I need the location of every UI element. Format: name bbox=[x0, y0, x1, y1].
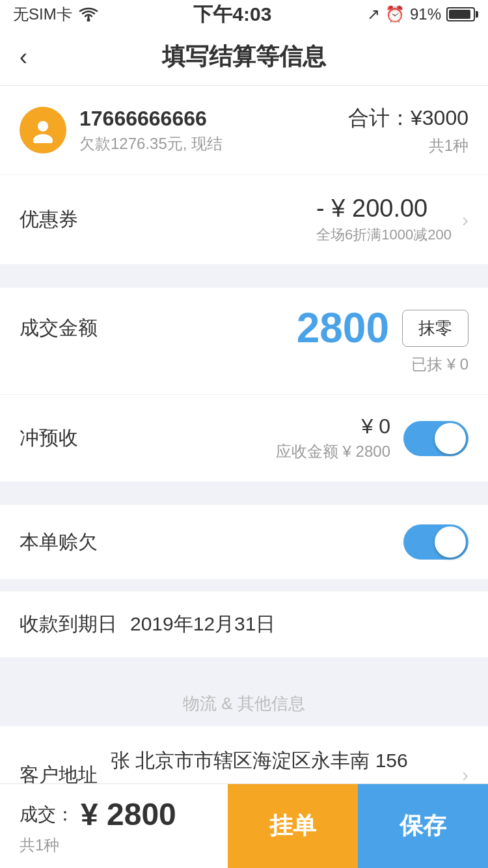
due-date-label: 收款到期日 bbox=[20, 611, 117, 638]
pre-collect-toggle[interactable] bbox=[403, 421, 468, 456]
customer-phone: 17666666666 bbox=[79, 107, 223, 131]
bottom-bar: 成交： ¥ 2800 共1种 挂单 保存 bbox=[0, 783, 488, 868]
pre-collect-label: 冲预收 bbox=[20, 425, 78, 452]
due-date-row: 收款到期日 2019年12月31日 bbox=[20, 611, 468, 638]
customer-debt: 欠款1276.35元, 现结 bbox=[79, 133, 223, 154]
coupon-right: - ¥ 200.00 全场6折满1000减200 › bbox=[316, 195, 468, 245]
deal-amount-row: 成交金额 2800 抹零 bbox=[20, 307, 468, 349]
customer-info: 17666666666 欠款1276.35元, 现结 bbox=[79, 107, 223, 154]
bottom-summary: 成交： ¥ 2800 共1种 bbox=[0, 796, 228, 856]
status-time: 下午4:03 bbox=[193, 1, 271, 28]
pre-amount: ¥ 0 bbox=[276, 414, 390, 439]
avatar bbox=[20, 107, 66, 154]
credit-section: 本单赊欠 bbox=[0, 505, 488, 579]
section-divider-1 bbox=[0, 276, 488, 288]
customer-card: 17666666666 欠款1276.35元, 现结 合计：¥3000 共1种 … bbox=[0, 86, 488, 264]
deal-amount-right: 2800 抹零 bbox=[297, 307, 468, 349]
battery-percent: 91% bbox=[410, 5, 441, 23]
deal-amount-value: 2800 bbox=[297, 307, 389, 349]
address-chevron-icon: › bbox=[462, 764, 468, 786]
location-icon: ↗ bbox=[367, 5, 380, 23]
credit-label: 本单赊欠 bbox=[20, 529, 98, 556]
due-date-section: 收款到期日 2019年12月31日 bbox=[0, 591, 488, 657]
round-button[interactable]: 抹零 bbox=[402, 310, 468, 347]
customer-left: 17666666666 欠款1276.35元, 现结 bbox=[20, 107, 223, 154]
status-right: ↗ ⏰ 91% bbox=[367, 5, 475, 23]
due-date-value: 2019年12月31日 bbox=[130, 611, 275, 638]
customer-row: 17666666666 欠款1276.35元, 现结 合计：¥3000 共1种 bbox=[0, 86, 488, 174]
logistics-text-row: 物流 & 其他信息 bbox=[170, 692, 318, 715]
bottom-count: 共1种 bbox=[20, 835, 208, 856]
section-divider-3 bbox=[0, 669, 488, 681]
status-bar: 无SIM卡 下午4:03 ↗ ⏰ 91% bbox=[0, 0, 488, 29]
coupon-label: 优惠券 bbox=[20, 206, 78, 233]
logistics-divider: 物流 & 其他信息 bbox=[0, 681, 488, 726]
credit-toggle[interactable] bbox=[403, 524, 468, 560]
coupon-row[interactable]: 优惠券 - ¥ 200.00 全场6折满1000减200 › bbox=[0, 174, 488, 264]
content-area: 17666666666 欠款1276.35元, 现结 合计：¥3000 共1种 … bbox=[0, 86, 488, 868]
deal-amount-label: 成交金额 bbox=[20, 315, 98, 342]
pre-collect-section: 冲预收 ¥ 0 应收金额 ¥ 2800 bbox=[0, 394, 488, 481]
total-amount: 合计：¥3000 bbox=[348, 104, 468, 133]
nav-bar: ‹ 填写结算等信息 bbox=[0, 29, 488, 86]
bottom-deal-row: 成交： ¥ 2800 bbox=[20, 796, 208, 832]
hold-button[interactable]: 挂单 bbox=[228, 784, 358, 869]
pre-collect-right: ¥ 0 应收金额 ¥ 2800 bbox=[276, 414, 468, 462]
deal-amount-section: 成交金额 2800 抹零 已抹 ¥ 0 bbox=[0, 288, 488, 394]
pre-amount-col: ¥ 0 应收金额 ¥ 2800 bbox=[276, 414, 390, 462]
back-button[interactable]: ‹ bbox=[20, 44, 27, 71]
status-left: 无SIM卡 bbox=[13, 4, 98, 25]
save-button[interactable]: 保存 bbox=[358, 784, 488, 869]
coupon-discount: - ¥ 200.00 bbox=[316, 195, 452, 223]
svg-point-1 bbox=[38, 121, 48, 131]
total-count: 共1种 bbox=[348, 135, 468, 156]
svg-point-2 bbox=[33, 134, 53, 143]
credit-toggle-knob bbox=[435, 526, 466, 558]
battery-icon bbox=[446, 7, 475, 21]
pre-sub: 应收金额 ¥ 2800 bbox=[276, 441, 390, 462]
svg-point-0 bbox=[87, 19, 90, 22]
customer-right: 合计：¥3000 共1种 bbox=[348, 104, 468, 156]
bottom-deal-amount: ¥ 2800 bbox=[81, 796, 176, 832]
section-divider-2 bbox=[0, 493, 488, 505]
deal-sub-text: 已抹 ¥ 0 bbox=[20, 354, 468, 375]
page-title: 填写结算等信息 bbox=[162, 41, 326, 73]
wifi-icon bbox=[79, 7, 98, 21]
chevron-right-icon: › bbox=[462, 209, 468, 231]
alarm-icon: ⏰ bbox=[385, 5, 405, 23]
carrier-text: 无SIM卡 bbox=[13, 4, 72, 25]
logistics-text: 物流 & 其他信息 bbox=[183, 692, 305, 715]
coupon-desc: 全场6折满1000减200 bbox=[316, 225, 452, 245]
bottom-deal-label: 成交： bbox=[20, 802, 74, 827]
pre-collect-row: 冲预收 ¥ 0 应收金额 ¥ 2800 bbox=[20, 414, 468, 462]
toggle-knob bbox=[435, 423, 466, 454]
